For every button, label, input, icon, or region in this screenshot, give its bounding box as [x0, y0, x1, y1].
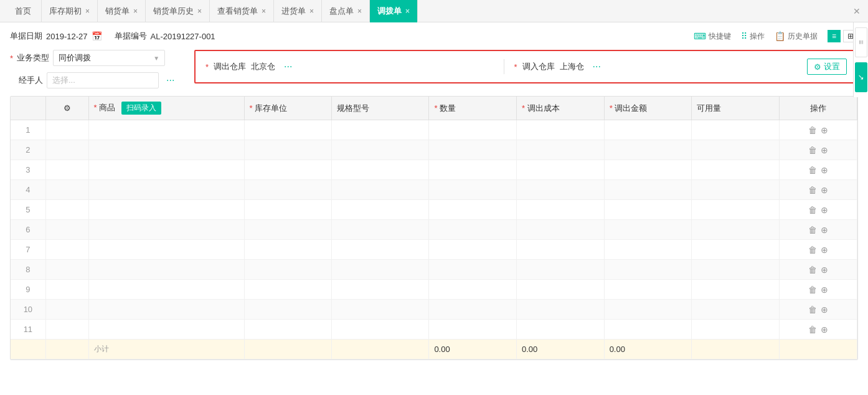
row-cost[interactable]	[517, 320, 605, 340]
row-amount[interactable]	[604, 240, 692, 260]
row-spec[interactable]	[332, 320, 429, 340]
row-cost[interactable]	[517, 260, 605, 280]
row-spec[interactable]	[332, 160, 429, 180]
row-product[interactable]	[88, 220, 244, 240]
row-qty[interactable]	[429, 160, 517, 180]
row-cost[interactable]	[517, 140, 605, 160]
delete-icon[interactable]: 🗑	[808, 125, 817, 135]
copy-icon[interactable]: ⊕	[821, 145, 828, 155]
copy-icon[interactable]: ⊕	[821, 285, 828, 295]
row-amount[interactable]	[604, 140, 692, 160]
row-qty[interactable]	[429, 200, 517, 220]
in-warehouse-value[interactable]: 上海仓	[560, 61, 584, 72]
row-amount[interactable]	[604, 120, 692, 140]
tab-inventory-init[interactable]: 库存期初 ×	[42, 0, 98, 22]
row-product[interactable]	[88, 200, 244, 220]
handler-select[interactable]: 选择...	[47, 72, 159, 88]
row-amount[interactable]	[604, 260, 692, 280]
row-product[interactable]	[88, 240, 244, 260]
row-spec[interactable]	[332, 220, 429, 240]
tab-purchase-order-close[interactable]: ×	[309, 7, 314, 16]
in-warehouse-more-icon[interactable]: ···	[589, 61, 605, 72]
delete-icon[interactable]: 🗑	[808, 205, 817, 215]
row-product[interactable]	[88, 320, 244, 340]
business-type-select[interactable]: 同价调拨 ▼	[53, 50, 165, 66]
out-warehouse-value[interactable]: 北京仓	[251, 61, 275, 72]
row-amount[interactable]	[604, 220, 692, 240]
row-qty[interactable]	[429, 180, 517, 200]
delete-icon[interactable]: 🗑	[808, 265, 817, 275]
copy-icon[interactable]: ⊕	[821, 305, 828, 315]
row-unit[interactable]	[244, 220, 332, 240]
table-settings-icon[interactable]: ⚙	[64, 103, 71, 113]
row-product[interactable]	[88, 140, 244, 160]
row-product[interactable]	[88, 280, 244, 300]
row-qty[interactable]	[429, 220, 517, 240]
tab-transfer-close[interactable]: ×	[405, 7, 410, 16]
row-qty[interactable]	[429, 240, 517, 260]
row-qty[interactable]	[429, 320, 517, 340]
row-unit[interactable]	[244, 180, 332, 200]
row-cost[interactable]	[517, 200, 605, 220]
view-list-button[interactable]: ≡	[828, 30, 841, 42]
tab-stocktake[interactable]: 盘点单 ×	[322, 0, 370, 22]
row-spec[interactable]	[332, 240, 429, 260]
row-amount[interactable]	[604, 320, 692, 340]
settings-button[interactable]: ⚙ 设置	[807, 59, 847, 75]
row-qty[interactable]	[429, 140, 517, 160]
row-product[interactable]	[88, 180, 244, 200]
calendar-icon[interactable]: 📅	[92, 31, 102, 41]
row-amount[interactable]	[604, 180, 692, 200]
delete-icon[interactable]: 🗑	[808, 225, 817, 235]
col-header-settings[interactable]: ⚙	[45, 97, 88, 120]
sidebar-export-button[interactable]: ↗	[855, 62, 867, 92]
row-cost[interactable]	[517, 160, 605, 180]
delete-icon[interactable]: 🗑	[808, 165, 817, 175]
delete-icon[interactable]: 🗑	[808, 145, 817, 155]
sidebar-list-button[interactable]: ≡	[855, 27, 867, 57]
out-warehouse-more-icon[interactable]: ···	[280, 61, 296, 72]
row-cost[interactable]	[517, 120, 605, 140]
row-spec[interactable]	[332, 120, 429, 140]
copy-icon[interactable]: ⊕	[821, 125, 828, 135]
window-close-button[interactable]: ✕	[851, 5, 863, 17]
row-amount[interactable]	[604, 160, 692, 180]
date-value[interactable]: 2019-12-27	[46, 32, 88, 41]
history-button[interactable]: 📋 历史单据	[775, 31, 818, 42]
row-product[interactable]	[88, 120, 244, 140]
row-unit[interactable]	[244, 300, 332, 320]
row-unit[interactable]	[244, 260, 332, 280]
row-amount[interactable]	[604, 200, 692, 220]
tab-view-sales-close[interactable]: ×	[262, 7, 266, 16]
row-amount[interactable]	[604, 280, 692, 300]
row-qty[interactable]	[429, 300, 517, 320]
tab-sales-history-close[interactable]: ×	[197, 7, 202, 16]
tab-inventory-init-close[interactable]: ×	[85, 7, 90, 16]
row-cost[interactable]	[517, 300, 605, 320]
row-cost[interactable]	[517, 180, 605, 200]
copy-icon[interactable]: ⊕	[821, 265, 828, 275]
row-spec[interactable]	[332, 200, 429, 220]
row-unit[interactable]	[244, 240, 332, 260]
delete-icon[interactable]: 🗑	[808, 285, 817, 295]
tab-sales-order[interactable]: 销货单 ×	[98, 0, 146, 22]
row-unit[interactable]	[244, 160, 332, 180]
tab-sales-order-close[interactable]: ×	[133, 7, 138, 16]
row-spec[interactable]	[332, 140, 429, 160]
handler-more-icon[interactable]: ···	[163, 75, 178, 86]
row-cost[interactable]	[517, 280, 605, 300]
row-cost[interactable]	[517, 240, 605, 260]
row-spec[interactable]	[332, 260, 429, 280]
row-product[interactable]	[88, 300, 244, 320]
operations-button[interactable]: ⠿ 操作	[741, 31, 765, 42]
row-qty[interactable]	[429, 120, 517, 140]
copy-icon[interactable]: ⊕	[821, 205, 828, 215]
copy-icon[interactable]: ⊕	[821, 225, 828, 235]
tab-transfer[interactable]: 调拨单 ×	[370, 0, 418, 22]
copy-icon[interactable]: ⊕	[821, 245, 828, 255]
row-amount[interactable]	[604, 300, 692, 320]
tab-sales-history[interactable]: 销货单历史 ×	[146, 0, 210, 22]
delete-icon[interactable]: 🗑	[808, 325, 817, 335]
row-product[interactable]	[88, 160, 244, 180]
row-product[interactable]	[88, 260, 244, 280]
